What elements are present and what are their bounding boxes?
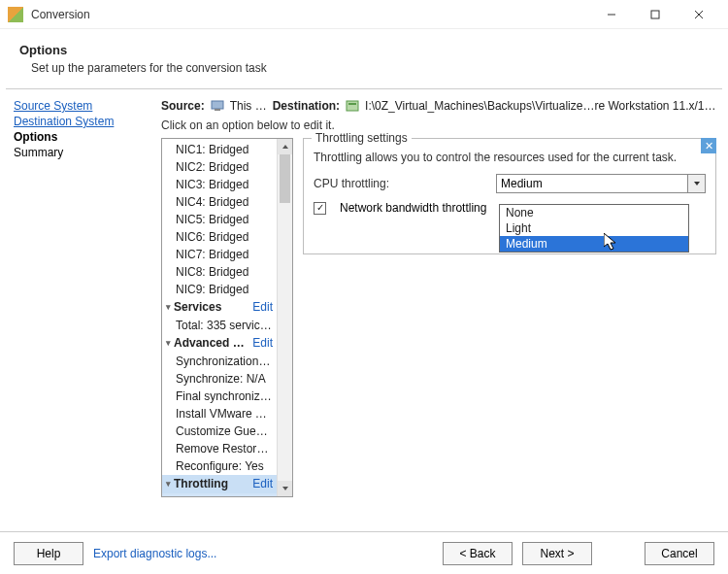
scrollbar[interactable] bbox=[277, 139, 292, 496]
nav-source-system[interactable]: Source System bbox=[14, 99, 151, 113]
content: Source: This … Destination: I:\0Z_Virtua… bbox=[155, 89, 728, 517]
edit-link[interactable]: Edit bbox=[252, 335, 273, 351]
panel-close-icon[interactable]: ✕ bbox=[701, 138, 716, 153]
network-bandwidth-label: Network bandwidth throttling bbox=[340, 201, 486, 215]
footer: Help Export diagnostic logs... < Back Ne… bbox=[0, 531, 728, 574]
svg-rect-7 bbox=[348, 103, 356, 105]
tree-group[interactable]: ThrottlingEdit bbox=[162, 475, 277, 493]
cpu-throttling-dropdown[interactable]: Medium bbox=[496, 174, 706, 193]
tree-item[interactable]: Synchronize: N/A bbox=[162, 370, 277, 388]
panel-legend: Throttling settings bbox=[312, 131, 412, 145]
app-icon bbox=[8, 7, 23, 22]
tree-item[interactable]: NIC7: Bridged bbox=[162, 246, 277, 263]
hint-text: Click on an option below to edit it. bbox=[161, 118, 716, 132]
tree-item[interactable]: NIC3: Bridged bbox=[162, 176, 277, 193]
tree-group[interactable]: ServicesEdit bbox=[162, 298, 277, 317]
nav-destination-system[interactable]: Destination System bbox=[14, 115, 151, 128]
scroll-up-button[interactable] bbox=[278, 139, 292, 154]
next-button[interactable]: Next > bbox=[522, 542, 592, 565]
tree-item[interactable]: Synchronization: … bbox=[162, 353, 277, 370]
back-button[interactable]: < Back bbox=[443, 542, 513, 565]
tree-item[interactable]: CPU: Medium bbox=[162, 493, 277, 497]
cpu-throttling-dropdown-list[interactable]: NoneLightMedium bbox=[499, 204, 689, 253]
tree-item[interactable]: NIC5: Bridged bbox=[162, 211, 277, 228]
tree-item[interactable]: Remove Restore … bbox=[162, 440, 277, 457]
page-subtitle: Set up the parameters for the conversion… bbox=[31, 61, 709, 75]
svg-rect-1 bbox=[651, 11, 659, 18]
scroll-down-button[interactable] bbox=[278, 481, 292, 496]
dropdown-option[interactable]: Medium bbox=[500, 236, 688, 252]
header: Options Set up the parameters for the co… bbox=[0, 29, 728, 84]
nav-options[interactable]: Options bbox=[14, 130, 151, 144]
svg-marker-10 bbox=[694, 182, 700, 186]
wizard-nav: Source System Destination System Options… bbox=[0, 89, 155, 517]
destination-value: I:\0Z_Virtual_Machines\Backups\Virtualiz… bbox=[365, 99, 716, 113]
source-value: This … bbox=[230, 99, 267, 113]
dropdown-arrow-icon bbox=[687, 175, 705, 192]
tree-item[interactable]: Final synchronizati… bbox=[162, 388, 277, 405]
svg-rect-4 bbox=[212, 101, 223, 109]
export-diagnostic-link[interactable]: Export diagnostic logs... bbox=[93, 547, 216, 560]
source-destination-line: Source: This … Destination: I:\0Z_Virtua… bbox=[161, 99, 716, 113]
edit-link[interactable]: Edit bbox=[252, 299, 273, 315]
network-bandwidth-checkbox[interactable] bbox=[314, 202, 326, 215]
source-label: Source: bbox=[161, 99, 205, 113]
computer-icon bbox=[211, 100, 224, 112]
tree-item[interactable]: Reconfigure: Yes bbox=[162, 457, 277, 475]
destination-label: Destination: bbox=[273, 99, 340, 113]
tree-group[interactable]: Advanced …Edit bbox=[162, 334, 277, 353]
edit-link[interactable]: Edit bbox=[252, 476, 273, 491]
tree-item[interactable]: Install VMware T… bbox=[162, 405, 277, 422]
svg-rect-5 bbox=[215, 109, 220, 111]
tree-item[interactable]: NIC6: Bridged bbox=[162, 228, 277, 246]
window-title: Conversion bbox=[31, 8, 589, 21]
svg-marker-9 bbox=[282, 487, 288, 490]
tree-item[interactable]: NIC8: Bridged bbox=[162, 263, 277, 281]
tree-item[interactable]: Customize Guest … bbox=[162, 422, 277, 440]
cpu-throttling-value: Medium bbox=[501, 177, 543, 190]
dropdown-option[interactable]: None bbox=[500, 205, 688, 220]
dropdown-option[interactable]: Light bbox=[500, 220, 688, 236]
titlebar: Conversion bbox=[0, 0, 728, 29]
tree-item[interactable]: NIC4: Bridged bbox=[162, 193, 277, 211]
tree-item[interactable]: NIC2: Bridged bbox=[162, 158, 277, 176]
options-tree[interactable]: NIC1: BridgedNIC2: BridgedNIC3: BridgedN… bbox=[161, 138, 293, 497]
close-button[interactable] bbox=[677, 0, 720, 29]
main: Source System Destination System Options… bbox=[0, 89, 728, 517]
svg-marker-8 bbox=[282, 145, 288, 149]
help-button[interactable]: Help bbox=[14, 542, 83, 565]
maximize-button[interactable] bbox=[633, 0, 677, 29]
scroll-thumb[interactable] bbox=[280, 154, 290, 203]
nav-summary[interactable]: Summary bbox=[14, 146, 151, 159]
svg-rect-6 bbox=[347, 101, 358, 111]
page-title: Options bbox=[19, 43, 709, 57]
vm-icon bbox=[346, 100, 359, 112]
cpu-throttling-label: CPU throttling: bbox=[314, 177, 488, 190]
panel-description: Throttling allows you to control the res… bbox=[314, 151, 706, 164]
tree-item[interactable]: NIC9: Bridged bbox=[162, 281, 277, 298]
tree-item[interactable]: Total: 335 servic… bbox=[162, 317, 277, 334]
tree-item[interactable]: NIC1: Bridged bbox=[162, 141, 277, 158]
minimize-button[interactable] bbox=[589, 0, 633, 29]
cancel-button[interactable]: Cancel bbox=[645, 542, 714, 565]
workarea: NIC1: BridgedNIC2: BridgedNIC3: BridgedN… bbox=[161, 138, 716, 497]
